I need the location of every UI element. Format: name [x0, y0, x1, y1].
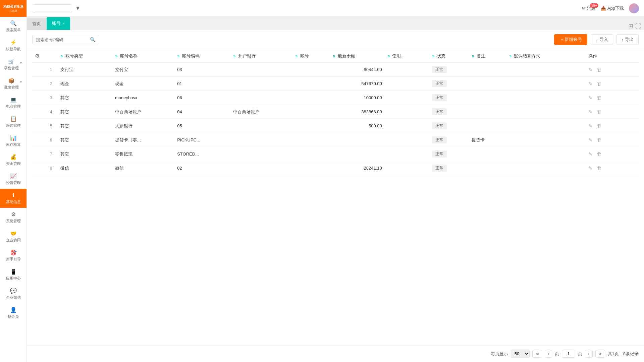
cell-index-3: 4 [44, 105, 58, 119]
edit-icon-0[interactable]: ✎ [588, 67, 593, 72]
sidebar-item-wechat[interactable]: 💬 企业微信 [0, 284, 26, 303]
page-first-button[interactable]: ⊲ [532, 350, 542, 358]
wholesale-arrow: ▼ [19, 80, 23, 84]
delete-icon-5[interactable]: 🗑 [597, 137, 602, 143]
tab-account-close[interactable]: × [63, 21, 65, 25]
th-usage[interactable]: ⇅ 使用... [385, 49, 429, 63]
add-account-button[interactable]: + 新增账号 [554, 34, 587, 45]
cell-settlement-7 [506, 161, 586, 175]
message-button[interactable]: ✉ 消息 99+ [582, 5, 596, 11]
accounts-table: ⚙ ⇅ 账号类型 ⇅ 账号名称 ⇅ 账号编码 [32, 49, 639, 175]
cell-code-1: 01 [174, 77, 230, 91]
page-of-label: 页 [578, 351, 582, 357]
sidebar-item-inventory[interactable]: 📊 库存核算 [0, 131, 26, 150]
th-balance[interactable]: ⇅ 最新余额 [330, 49, 385, 63]
topbar-right: ✉ 消息 99+ 📥 App下载 [582, 3, 639, 13]
sidebar-item-retail[interactable]: 🛒 零售管理 ▼ [0, 55, 26, 74]
th-bank-label: 开户银行 [238, 53, 256, 58]
export-label: 导出 [625, 37, 634, 43]
th-type[interactable]: ⇅ 账号类型 [58, 49, 112, 63]
table-settings-icon[interactable]: ⚙ [35, 53, 40, 59]
delete-icon-6[interactable]: 🗑 [597, 151, 602, 157]
edit-icon-5[interactable]: ✎ [588, 137, 593, 143]
sidebar-label-system: 系统管理 [6, 219, 21, 224]
cell-balance-7: 28241.10 [330, 161, 385, 175]
edit-icon-3[interactable]: ✎ [588, 109, 593, 115]
sidebar-item-operations[interactable]: 📈 经营管理 [0, 170, 26, 189]
tab-home[interactable]: 首页 [27, 18, 47, 30]
page-input[interactable] [562, 350, 575, 358]
cell-usage-3 [385, 105, 429, 119]
basicinfo-icon: ℹ [12, 192, 14, 198]
sidebar: 稳稳蛋财生意 乐惠版 🔍 搜索菜单 ⚡ 快捷导航 🛒 零售管理 ▼ 📦 批发管理… [0, 0, 27, 362]
th-status[interactable]: ⇅ 状态 [429, 49, 469, 63]
delete-icon-0[interactable]: 🗑 [597, 67, 602, 72]
sidebar-item-ecommerce[interactable]: 💻 电商管理 [0, 93, 26, 112]
page-prev-button[interactable]: ‹ [545, 350, 552, 358]
cell-remark-7 [469, 161, 506, 175]
edit-icon-1[interactable]: ✎ [588, 81, 593, 86]
th-settlement[interactable]: ⇅ 默认结算方式 [506, 49, 586, 63]
app-download-button[interactable]: 📥 App下载 [601, 5, 624, 11]
tab-expand-icon[interactable]: ⊞ [628, 22, 633, 30]
delete-icon-2[interactable]: 🗑 [597, 95, 602, 101]
dropdown-button[interactable]: ▼ [75, 6, 80, 11]
topbar-left: ▼ [32, 4, 80, 12]
page-next-button[interactable]: › [585, 350, 592, 358]
cell-code-3: 04 [174, 105, 230, 119]
th-code[interactable]: ⇅ 账号编码 [174, 49, 230, 63]
th-account[interactable]: ⇅ 账号 [292, 49, 330, 63]
search-input[interactable] [36, 37, 88, 42]
sidebar-item-member[interactable]: 👤 畅会员 [0, 303, 26, 322]
sidebar-item-purchase[interactable]: 📋 采购管理 [0, 112, 26, 131]
delete-icon-4[interactable]: 🗑 [597, 123, 602, 129]
edit-icon-7[interactable]: ✎ [588, 165, 593, 171]
cell-remark-1 [469, 77, 506, 91]
sidebar-item-appcenter[interactable]: 📱 应用中心 [0, 265, 26, 284]
sidebar-item-basicinfo[interactable]: ℹ 基础信息 [0, 189, 26, 208]
import-button[interactable]: ↓ 导入 [591, 34, 613, 45]
cell-type-3: 其它 [58, 105, 112, 119]
sidebar-item-guide[interactable]: 🎯 新手引导 [0, 246, 26, 265]
tab-account[interactable]: 账号 × [47, 17, 70, 30]
th-usage-label: 使用... [392, 53, 405, 58]
top-search-input[interactable] [32, 4, 72, 12]
pagination: 每页显示 50 100 ⊲ ‹ 页 页 › ⊳ 共1页，8条记录 [27, 345, 644, 362]
cell-status-6: 正常 [429, 147, 469, 161]
user-avatar[interactable] [629, 3, 639, 13]
page-size-select[interactable]: 50 100 [511, 350, 530, 358]
sidebar-item-wholesale[interactable]: 📦 批发管理 ▼ [0, 74, 26, 93]
sort-balance-icon: ⇅ [333, 54, 335, 58]
sidebar-item-search[interactable]: 🔍 搜索菜单 [0, 17, 26, 36]
sidebar-item-enterprise[interactable]: 🤝 企业协同 [0, 227, 26, 246]
edit-icon-6[interactable]: ✎ [588, 151, 593, 157]
cell-status-2: 正常 [429, 91, 469, 105]
sidebar-item-quick[interactable]: ⚡ 快捷导航 [0, 36, 26, 55]
th-name[interactable]: ⇅ 账号名称 [112, 49, 174, 63]
th-remark[interactable]: ⇅ 备注 [469, 49, 506, 63]
cell-settlement-0 [506, 63, 586, 77]
tab-fullscreen-icon[interactable]: ⛶ [635, 23, 641, 30]
page-last-button[interactable]: ⊳ [595, 350, 605, 358]
sidebar-label-purchase: 采购管理 [6, 123, 21, 128]
edit-icon-4[interactable]: ✎ [588, 123, 593, 129]
cell-code-0: 03 [174, 63, 230, 77]
cell-type-2: 其它 [58, 91, 112, 105]
sidebar-item-system[interactable]: ⚙ 系统管理 [0, 208, 26, 227]
sidebar-label-inventory: 库存核算 [6, 142, 21, 147]
table-wrapper: ⚙ ⇅ 账号类型 ⇅ 账号名称 ⇅ 账号编码 [27, 49, 644, 345]
delete-icon-7[interactable]: 🗑 [597, 165, 602, 171]
page-size-label: 每页显示 [491, 351, 508, 357]
delete-icon-1[interactable]: 🗑 [597, 81, 602, 86]
sidebar-item-finance[interactable]: 💰 资金管理 [0, 150, 26, 170]
edit-icon-2[interactable]: ✎ [588, 95, 593, 101]
cell-account-1 [292, 77, 330, 91]
th-balance-label: 最新余额 [338, 53, 355, 58]
cell-settlement-2 [506, 91, 586, 105]
delete-icon-3[interactable]: 🗑 [597, 109, 602, 115]
th-bank[interactable]: ⇅ 开户银行 [230, 49, 292, 63]
cell-account-6 [292, 147, 330, 161]
export-button[interactable]: ↑ 导出 [616, 34, 639, 45]
cell-account-3 [292, 105, 330, 119]
cell-bank-3: 中百商场账户 [230, 105, 292, 119]
